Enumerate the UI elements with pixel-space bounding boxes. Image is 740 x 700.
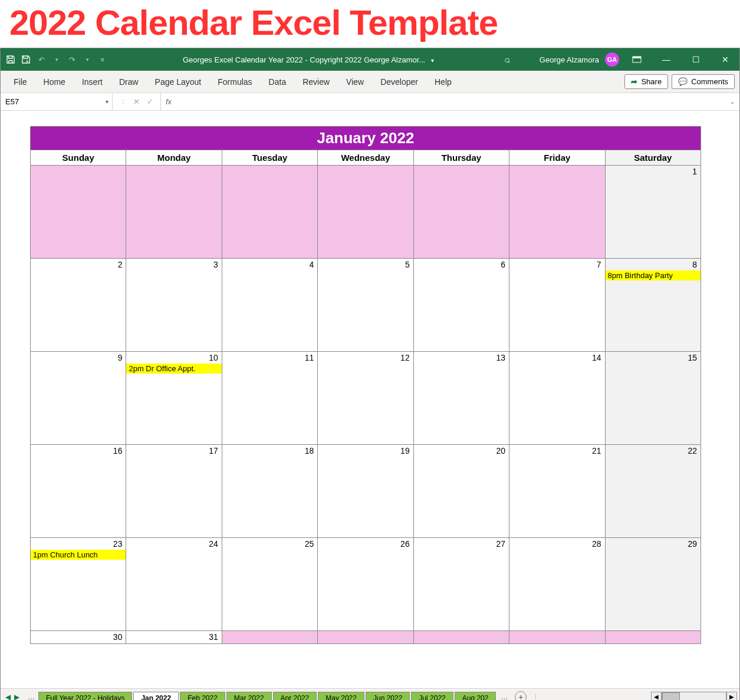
cancel-formula-icon[interactable]: ✕: [133, 97, 140, 106]
formula-expand-icon[interactable]: ⌄: [725, 98, 739, 105]
share-button[interactable]: ➦ Share: [624, 74, 668, 89]
calendar-day-cell[interactable]: 18: [222, 445, 317, 538]
avatar[interactable]: GA: [605, 52, 619, 67]
calendar-day-cell[interactable]: 20: [413, 445, 509, 538]
calendar-day-cell[interactable]: 3: [126, 259, 222, 352]
sheet-tab[interactable]: Jan 2022: [133, 692, 179, 701]
calendar-day-cell[interactable]: 14: [509, 352, 605, 445]
calendar-day-cell[interactable]: 88pm Birthday Party: [605, 259, 700, 352]
tab-nav-prev-icon[interactable]: ◀: [4, 693, 12, 701]
calendar-day-cell[interactable]: 28: [509, 538, 605, 631]
ribbon-tab-file[interactable]: File: [5, 71, 35, 93]
tab-nav-next-icon[interactable]: ▶: [13, 693, 21, 701]
calendar-day-cell[interactable]: 19: [318, 445, 413, 538]
calendar-day-cell[interactable]: [126, 166, 222, 259]
calendar-day-cell[interactable]: 30: [31, 631, 126, 644]
undo-dropdown-icon[interactable]: ▾: [51, 54, 62, 65]
ribbon-tab-home[interactable]: Home: [35, 71, 74, 93]
calendar-event[interactable]: 2pm Dr Office Appt.: [126, 364, 221, 374]
ribbon-tab-help[interactable]: Help: [426, 71, 460, 93]
ribbon-tab-data[interactable]: Data: [261, 71, 295, 93]
hscroll-left-icon[interactable]: ◀: [651, 692, 662, 701]
calendar-day-cell[interactable]: 4: [222, 259, 317, 352]
ribbon-tab-developer[interactable]: Developer: [372, 71, 426, 93]
save-icon[interactable]: [5, 54, 16, 65]
calendar-day-cell[interactable]: 2: [31, 259, 126, 352]
calendar-day-cell[interactable]: 5: [318, 259, 413, 352]
calendar-day-cell[interactable]: [318, 166, 413, 259]
sheet-tab[interactable]: Mar 2022: [226, 692, 272, 701]
tab-nav-last-icon[interactable]: …: [497, 693, 511, 701]
title-dropdown-icon[interactable]: ▾: [431, 57, 434, 64]
calendar-day-cell[interactable]: 16: [31, 445, 126, 538]
formula-input[interactable]: [176, 93, 725, 110]
calendar-day-cell[interactable]: 11: [222, 352, 317, 445]
ribbon-tab-view[interactable]: View: [338, 71, 372, 93]
comments-button[interactable]: 💬 Comments: [672, 74, 735, 89]
calendar-day-cell[interactable]: 12: [318, 352, 413, 445]
hscroll-thumb[interactable]: [662, 692, 680, 701]
undo-icon[interactable]: ↶: [36, 54, 47, 65]
redo-dropdown-icon[interactable]: ▾: [82, 54, 93, 65]
calendar-day-cell[interactable]: 15: [605, 352, 700, 445]
calendar-day-cell[interactable]: [222, 631, 317, 644]
calendar-day-cell[interactable]: [318, 631, 413, 644]
calendar-day-cell[interactable]: 231pm Church Lunch: [31, 538, 126, 631]
autosave-icon[interactable]: [21, 54, 31, 65]
calendar-day-cell[interactable]: [413, 631, 509, 644]
calendar-day-cell[interactable]: 31: [126, 631, 222, 644]
close-icon[interactable]: ✕: [713, 48, 737, 71]
calendar-day-cell[interactable]: 17: [126, 445, 222, 538]
ribbon-tab-review[interactable]: Review: [294, 71, 338, 93]
calendar-day-cell[interactable]: 6: [413, 259, 509, 352]
calendar-day-cell[interactable]: [31, 166, 126, 259]
calendar-day-cell[interactable]: 1: [605, 166, 700, 259]
calendar-day-cell[interactable]: 27: [413, 538, 509, 631]
ribbon-tab-page-layout[interactable]: Page Layout: [147, 71, 210, 93]
calendar-day-cell[interactable]: 22: [605, 445, 700, 538]
sheet-tab[interactable]: Apr 2022: [273, 692, 317, 701]
qat-customize-icon[interactable]: ▿: [97, 54, 108, 65]
calendar-day-cell[interactable]: 102pm Dr Office Appt.: [126, 352, 222, 445]
hscroll-right-icon[interactable]: ▶: [726, 692, 737, 701]
calendar-day-cell[interactable]: [222, 166, 317, 259]
calendar-day-cell[interactable]: 9: [31, 352, 126, 445]
sheet-tab[interactable]: Jun 2022: [366, 692, 410, 701]
calendar-day-cell[interactable]: [605, 631, 700, 644]
ribbon-tab-formulas[interactable]: Formulas: [209, 71, 260, 93]
sheet-tab[interactable]: Jul 2022: [411, 692, 453, 701]
calendar-day-cell[interactable]: 25: [222, 538, 317, 631]
tab-options-icon[interactable]: ⋮: [530, 693, 541, 700]
hscroll-track[interactable]: [662, 692, 726, 701]
sheet-tab[interactable]: Aug 202: [455, 692, 496, 701]
ribbon-display-icon[interactable]: [625, 48, 649, 71]
maximize-icon[interactable]: ☐: [684, 48, 708, 71]
tab-nav-first-icon[interactable]: …: [24, 693, 38, 701]
calendar-day-cell[interactable]: 21: [509, 445, 605, 538]
add-sheet-button[interactable]: +: [515, 691, 527, 701]
horizontal-scrollbar[interactable]: ◀ ▶: [651, 692, 737, 701]
calendar-event[interactable]: 8pm Birthday Party: [606, 270, 700, 280]
calendar-day-cell[interactable]: 7: [509, 259, 605, 352]
sheet-tab[interactable]: Feb 2022: [180, 692, 225, 701]
calendar-day-cell[interactable]: [509, 166, 605, 259]
sheet-tab[interactable]: May 2022: [318, 692, 364, 701]
worksheet-area[interactable]: January 2022 Sunday Monday Tuesday Wedne…: [1, 111, 739, 688]
name-box-dropdown-icon[interactable]: ▾: [106, 98, 108, 105]
calendar-day-cell[interactable]: [509, 631, 605, 644]
redo-icon[interactable]: ↷: [67, 54, 77, 65]
calendar-day-cell[interactable]: 26: [318, 538, 413, 631]
minimize-icon[interactable]: ―: [655, 48, 678, 71]
ribbon-tab-draw[interactable]: Draw: [111, 71, 147, 93]
sheet-tab[interactable]: Full Year 2022 - Holidays: [38, 692, 132, 701]
calendar-event[interactable]: 1pm Church Lunch: [31, 550, 126, 560]
calendar-day-cell[interactable]: 13: [413, 352, 509, 445]
calendar-day-cell[interactable]: [413, 166, 509, 259]
accept-formula-icon[interactable]: ✓: [147, 97, 153, 106]
formula-options-icon[interactable]: ⋮: [120, 98, 126, 105]
calendar-day-cell[interactable]: 24: [126, 538, 222, 631]
name-box[interactable]: E57 ▾: [1, 93, 113, 110]
ribbon-tab-insert[interactable]: Insert: [74, 71, 111, 93]
calendar-day-cell[interactable]: 29: [605, 538, 700, 631]
search-icon[interactable]: ⌕: [504, 54, 510, 65]
